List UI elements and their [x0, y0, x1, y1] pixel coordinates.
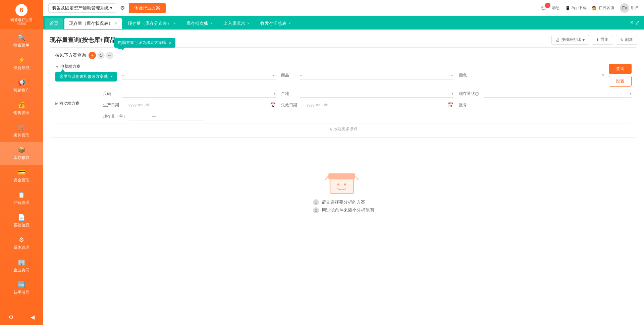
- tab-maximize-btn[interactable]: ⤢: [635, 19, 640, 26]
- service-icon: 💁: [592, 6, 597, 10]
- back-scheme-btn[interactable]: ←: [106, 52, 113, 59]
- header-left: 装备及固定资产辅助管理系统 ▾ ⚙ 体验行业方案: [48, 3, 166, 13]
- inventory-main-label: 现存量（主）: [103, 114, 127, 119]
- dropdown-arrow-icon: ▾: [110, 5, 112, 10]
- origin-select[interactable]: ▾: [300, 90, 454, 98]
- warehouse-field: 仓库 ··· ⋯: [103, 64, 276, 87]
- sidebar-item-finance[interactable]: 💳 资金管理: [0, 165, 43, 187]
- sales-icon: 💰: [18, 101, 25, 109]
- tab-in-out-flow[interactable]: 出入库流水 ×: [219, 18, 254, 29]
- experience-button[interactable]: 体验行业方案: [129, 3, 166, 13]
- tab-receipt-summary[interactable]: 收发存汇总表 ×: [256, 18, 296, 29]
- sidebar-item-basic-info[interactable]: 📄 基础信息: [0, 210, 43, 232]
- tab-close-all-btn[interactable]: ×: [630, 19, 634, 26]
- goods-menu-icon: ⋯: [449, 72, 453, 77]
- form-row-1: 仓库 ··· ⋯ 商品 ··· ⋯: [103, 64, 632, 87]
- inventory-status-field: 现存量状态 ▾: [459, 90, 632, 98]
- inventory-main-from[interactable]: [129, 114, 149, 119]
- goods-field: 商品 ··· ⋯: [281, 64, 454, 87]
- sidebar-item-sales[interactable]: 💰 销售管理: [0, 97, 43, 120]
- expand-desktop-icon[interactable]: ▼: [55, 65, 59, 69]
- size-arrow-icon: ▾: [274, 91, 276, 96]
- inventory-icon: 📦: [18, 146, 25, 154]
- goods-label: 商品: [281, 72, 298, 78]
- form-row-4: 现存量（主） —: [103, 113, 204, 120]
- print-button[interactable]: 🖨 按模板打印 ▾: [551, 35, 589, 45]
- page-content: 现存量查询(按仓库+商品) 🖨 按模板打印 ▾ ⬆ 导出 ↻ 刷新: [43, 30, 644, 325]
- sidebar-item-search[interactable]: 🔍 搜索菜单: [0, 30, 43, 52]
- size-select[interactable]: ▾: [122, 90, 276, 98]
- tab-inventory-status[interactable]: 现存量（库存状况表） ×: [64, 18, 122, 29]
- notification-group[interactable]: 💬 6 消息: [541, 5, 560, 11]
- collapse-up-icon: ∧: [329, 127, 332, 131]
- sidebar-item-system[interactable]: ⚙ 系统管理: [0, 232, 43, 255]
- tooltip-scheme-mobile: 电脑方案可设为移动方案哦 ×: [114, 38, 175, 48]
- inventory-status-select[interactable]: ▾: [484, 90, 632, 98]
- collapse-btn[interactable]: ∧ 收起更多条件: [329, 126, 358, 132]
- sidebar-item-inventory[interactable]: 📦 库存核算: [0, 142, 43, 165]
- form-row-3: 生产日期 yyyy-mm-dd 📅 失效日期 yyyy-mm-dd 📅: [103, 101, 632, 109]
- warehouse-select[interactable]: ··· ⋯: [122, 71, 276, 79]
- dropdown-icon: ▾: [583, 38, 585, 42]
- expiry-date-input[interactable]: yyyy-mm-dd 📅: [307, 101, 454, 109]
- purchase-icon: 🛒: [18, 124, 25, 131]
- tab-bar-controls: × ⤢: [630, 19, 643, 26]
- reset-button[interactable]: 设置: [609, 76, 632, 87]
- avatar: Ea: [620, 3, 629, 13]
- collapse-area: ∧ 收起更多条件: [55, 123, 632, 134]
- inventory-status-arrow-icon: ▾: [630, 91, 632, 96]
- step-1-num: 1: [313, 199, 319, 205]
- expand-mobile-icon[interactable]: ▶: [55, 101, 58, 106]
- sidebar-item-quick-nav[interactable]: ⚡ 快捷导航: [0, 52, 43, 75]
- empty-box-svg: [323, 162, 364, 195]
- production-date-field: 生产日期 yyyy-mm-dd 📅: [103, 101, 276, 109]
- batch-no-input[interactable]: [478, 101, 632, 109]
- system-selector[interactable]: 装备及固定资产辅助管理系统 ▾: [48, 3, 116, 13]
- online-service-group[interactable]: 💁 在线客服: [592, 5, 614, 11]
- sidebar-item-enterprise[interactable]: 🏢 企业协同: [0, 255, 43, 277]
- tab-home[interactable]: 首页: [45, 18, 63, 29]
- search-button[interactable]: 查询: [609, 64, 632, 74]
- production-date-input[interactable]: yyyy-mm-dd 📅: [128, 101, 276, 109]
- phone-icon: 📱: [565, 6, 570, 10]
- search-header: 按以下方案查询 ＋ ↻ ← 电脑方案可设为移动方案哦 ×: [55, 52, 632, 59]
- header-right: 💬 6 消息 📱 App下载 💁 在线客服 Ea 用户: [541, 3, 639, 13]
- sidebar-item-guide[interactable]: 🆕 新手引导: [0, 277, 43, 300]
- tab-close-icon[interactable]: ×: [210, 21, 213, 26]
- sidebar-item-purchase[interactable]: 🛒 采购管理: [0, 120, 43, 142]
- user-group[interactable]: Ea 用户: [620, 3, 639, 13]
- tab-inventory-dist[interactable]: 现存量（库存分布表） ×: [123, 18, 180, 29]
- tab-close-icon[interactable]: ×: [288, 21, 291, 26]
- refresh-scheme-btn[interactable]: ↻: [97, 52, 105, 59]
- svg-point-3: [344, 183, 346, 185]
- expiry-date-label: 失效日期: [281, 102, 305, 108]
- tab-close-icon[interactable]: ×: [115, 21, 117, 26]
- size-field: 尺码 ▾: [103, 90, 276, 98]
- inventory-main-input-group: —: [129, 113, 204, 120]
- svg-point-2: [337, 183, 339, 185]
- collapse-sidebar-btn[interactable]: ◀: [29, 313, 36, 322]
- settings-bottom-btn[interactable]: ⚙: [7, 313, 15, 322]
- refresh-button[interactable]: ↻ 刷新: [616, 35, 637, 45]
- goods-select[interactable]: ··· ⋯: [300, 71, 454, 79]
- app-download-group[interactable]: 📱 App下载: [565, 5, 587, 11]
- color-select[interactable]: ▾: [478, 71, 604, 79]
- export-button[interactable]: ⬆ 导出: [592, 35, 613, 45]
- page-title: 现存量查询(按仓库+商品): [50, 36, 118, 44]
- sidebar-item-marketing[interactable]: 📢 营销推广: [0, 75, 43, 97]
- production-calendar-icon[interactable]: 📅: [270, 102, 276, 108]
- tooltip-1-close-icon[interactable]: ×: [169, 41, 171, 45]
- add-scheme-btn[interactable]: ＋: [89, 52, 96, 59]
- tab-batch-account[interactable]: 库存批次账 ×: [182, 18, 217, 29]
- expiry-calendar-icon[interactable]: 📅: [448, 102, 453, 108]
- tab-close-icon[interactable]: ×: [247, 21, 250, 26]
- tooltip-2-close-icon[interactable]: ×: [110, 74, 113, 79]
- empty-steps: 1 请先选择要分析的方案 2 用过滤条件来缩小分析范围: [313, 199, 374, 213]
- header-settings-icon[interactable]: ⚙: [119, 3, 126, 12]
- finance-icon: 💳: [18, 169, 25, 176]
- query-buttons: 查询 设置: [609, 64, 632, 87]
- tab-close-icon[interactable]: ×: [173, 21, 176, 26]
- sidebar-item-operations[interactable]: 📋 经营管理: [0, 187, 43, 210]
- marketing-icon: 📢: [18, 79, 25, 86]
- empty-step-2: 2 用过滤条件来缩小分析范围: [313, 207, 374, 213]
